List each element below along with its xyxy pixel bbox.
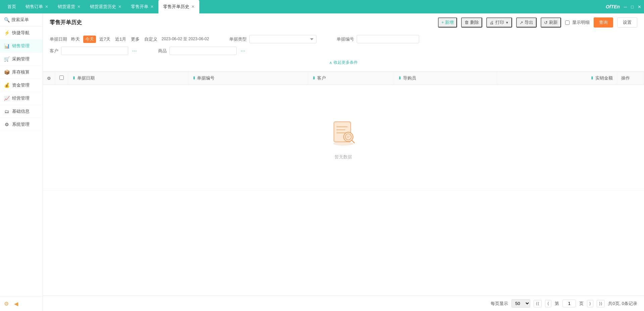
sidebar-item-sales-mgmt[interactable]: 📊 销售管理	[0, 40, 43, 53]
sidebar-search[interactable]: 🔍 搜索采单	[0, 13, 43, 27]
customer-filter-input[interactable]	[61, 47, 128, 55]
sidebar-item-business[interactable]: 📈 经营管理	[0, 92, 43, 105]
sidebar-item-basic-info[interactable]: 🗂 基础信息	[0, 105, 43, 118]
date-filter-label: 单据日期	[50, 36, 67, 42]
product-filter-label: 商品	[158, 48, 167, 54]
next-page-btn[interactable]: ⟩	[587, 300, 593, 307]
th-customer[interactable]: ⬍ 客户	[308, 72, 394, 85]
th-ops-label: 操作	[621, 75, 630, 81]
sidebar-item-purchase-mgmt-label: 采购管理	[12, 56, 30, 62]
th-salesperson[interactable]: ⬍ 导购员	[394, 72, 497, 85]
date-filter-group: 单据日期 昨天 今天 近7天 近1月 更多 自定义 2023-06-02 至 2…	[50, 36, 209, 43]
tab-sales-order-close[interactable]: ✕	[45, 4, 48, 9]
close-btn[interactable]: ✕	[638, 4, 641, 9]
svg-point-0	[333, 142, 353, 146]
number-filter-group: 单据编号	[337, 35, 419, 43]
tab-sales-order[interactable]: 销售订单 ✕	[21, 0, 53, 13]
page-label: 页	[579, 301, 584, 307]
number-filter-input[interactable]	[357, 35, 419, 43]
sidebar-item-purchase-mgmt[interactable]: 🛒 采购管理	[0, 53, 43, 66]
empty-row: 暂无数据	[43, 85, 644, 191]
tab-retail-open-label: 零售开单	[131, 4, 148, 10]
date-opt-yesterday[interactable]: 昨天	[70, 36, 81, 43]
pagination-bar: 每页显示 50 10 20 100 ⟨⟨ ⟨ 第 页 ⟩ ⟩⟩ 共0页, 0条记…	[43, 296, 644, 311]
table-header-row: ⚙ ⬍ 单据日期 ⬍ 单据编号	[43, 72, 644, 85]
prev-page-btn[interactable]: ⟨	[545, 300, 551, 307]
th-date[interactable]: ⬍ 单据日期	[68, 72, 188, 85]
sidebar-item-sys-mgmt-label: 系统管理	[12, 121, 30, 127]
sidebar-settings-icon[interactable]: ⚙	[4, 301, 9, 307]
th-checkbox[interactable]	[55, 72, 68, 85]
print-button[interactable]: 🖨 打印 ▼	[486, 17, 512, 28]
tab-retail-open-history-close[interactable]: ✕	[191, 4, 195, 9]
th-amount-icon: ⬍	[590, 75, 594, 81]
delete-button[interactable]: 🗑 删除	[461, 17, 482, 28]
window-controls: OfTEn ─ □ ✕	[606, 4, 641, 9]
date-opt-more[interactable]: 更多	[130, 36, 141, 43]
display-detail-label: 显示明细	[572, 19, 590, 25]
sidebar-item-business-label: 经营管理	[12, 95, 30, 101]
maximize-btn[interactable]: □	[631, 4, 634, 9]
date-opt-7days[interactable]: 近7天	[98, 36, 112, 43]
tab-sales-return-history[interactable]: 销货退货历史 ✕	[85, 0, 126, 13]
column-settings-icon[interactable]: ⚙	[47, 76, 51, 81]
th-amount-label: 实销金额	[595, 75, 613, 81]
th-number[interactable]: ⬍ 单据编号	[188, 72, 308, 85]
date-options: 昨天 今天 近7天 近1月 更多 自定义	[70, 36, 159, 43]
sidebar-item-quick-nav[interactable]: ⚡ 快捷导航	[0, 27, 43, 40]
filter-settings-button[interactable]: 设置	[617, 17, 637, 28]
tab-sales-order-label: 销售订单	[26, 4, 43, 10]
tab-retail-open[interactable]: 零售开单 ✕	[126, 0, 158, 13]
new-button[interactable]: + 新增	[438, 17, 457, 28]
tab-retail-open-history-label: 零售开单历史	[163, 4, 189, 10]
page-number-input[interactable]	[562, 300, 576, 307]
th-number-label: 单据编号	[197, 75, 214, 81]
th-settings[interactable]: ⚙	[43, 72, 55, 85]
query-button[interactable]: 查询	[594, 17, 613, 28]
tab-sales-return-close[interactable]: ✕	[77, 4, 81, 9]
export-button[interactable]: ↗ 导出	[516, 17, 537, 28]
tab-sales-return[interactable]: 销货退货 ✕	[53, 0, 85, 13]
sidebar-item-sys-mgmt[interactable]: ⚙ 系统管理	[0, 118, 43, 131]
date-opt-today[interactable]: 今天	[83, 36, 96, 43]
export-label: 导出	[525, 19, 533, 25]
minimize-btn[interactable]: ─	[624, 4, 627, 9]
product-ellipsis-btn[interactable]: ···	[239, 48, 246, 54]
first-page-btn[interactable]: ⟨⟨	[534, 300, 542, 307]
type-filter-label: 单据类型	[229, 36, 247, 42]
filter-area: 单据日期 昨天 今天 近7天 近1月 更多 自定义 2023-06-02 至 2…	[50, 32, 637, 71]
table-wrapper: ⚙ ⬍ 单据日期 ⬍ 单据编号	[43, 72, 644, 296]
collapse-button[interactable]: ∧ 收起更多条件	[329, 60, 358, 65]
display-detail-toggle[interactable]: 显示明细	[565, 19, 590, 25]
tab-home[interactable]: 首页	[3, 0, 21, 13]
type-filter-select[interactable]	[249, 35, 316, 43]
type-filter-group: 单据类型	[229, 35, 316, 43]
tab-retail-open-close[interactable]: ✕	[150, 4, 154, 9]
export-icon: ↗	[519, 20, 523, 25]
th-amount[interactable]: ⬍ 实销金额	[497, 72, 617, 85]
refresh-button[interactable]: ↺ 刷新	[541, 17, 561, 28]
display-detail-checkbox[interactable]	[565, 20, 569, 25]
sidebar-item-inventory-label: 库存核算	[12, 69, 30, 75]
tab-retail-open-history[interactable]: 零售开单历史 ✕	[158, 0, 199, 13]
basic-info-icon: 🗂	[4, 109, 9, 114]
page-size-select[interactable]: 50 10 20 100	[511, 299, 530, 308]
sys-mgmt-icon: ⚙	[4, 122, 9, 127]
brand-text: OfTEn	[606, 4, 620, 9]
customer-ellipsis-btn[interactable]: ···	[131, 48, 138, 54]
page-size-label: 每页显示	[491, 301, 508, 307]
print-dropdown-icon: ▼	[505, 21, 509, 24]
date-opt-1month[interactable]: 近1月	[114, 36, 128, 43]
sidebar-item-basic-info-label: 基础信息	[12, 108, 30, 114]
date-opt-custom[interactable]: 自定义	[143, 36, 159, 43]
product-filter-input[interactable]	[169, 47, 237, 55]
last-page-btn[interactable]: ⟩⟩	[597, 300, 605, 307]
select-all-checkbox[interactable]	[59, 75, 64, 80]
sidebar-item-finance[interactable]: 💰 资金管理	[0, 79, 43, 92]
tab-sales-return-history-close[interactable]: ✕	[118, 4, 121, 9]
th-date-icon: ⬍	[72, 75, 76, 81]
sidebar-collapse-icon[interactable]: ◀	[14, 301, 18, 307]
refresh-icon: ↺	[544, 20, 548, 25]
sidebar-item-inventory[interactable]: 📦 库存核算	[0, 66, 43, 79]
empty-cell: 暂无数据	[43, 85, 644, 191]
